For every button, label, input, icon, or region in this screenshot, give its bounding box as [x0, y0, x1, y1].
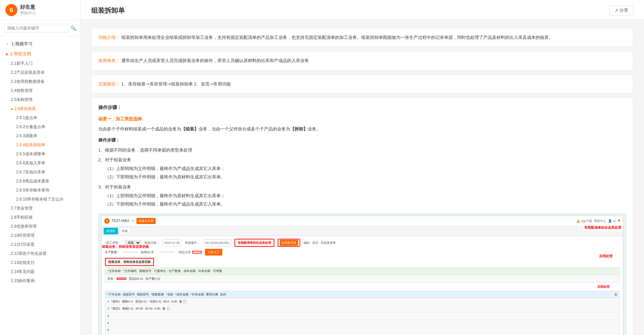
- sidebar-item-system[interactable]: 2.12系统个性化设置: [11, 249, 80, 258]
- sidebar-item-count[interactable]: 2.6.1盘点单: [16, 113, 80, 122]
- mock-tab-new[interactable]: 新增单: [104, 228, 118, 234]
- mock-parent-code-input[interactable]: [117, 278, 126, 280]
- mock-confirm-btn[interactable]: 选装配清单: [280, 240, 298, 246]
- mock-row2-col1: 2: [107, 306, 109, 311]
- sidebar-item-other-out[interactable]: 2.6.7其他出库单: [16, 168, 80, 177]
- mock-btn-group: 选装配清单: [278, 239, 300, 247]
- share-icon: ↗: [614, 8, 618, 13]
- sidebar-item-print[interactable]: 2.11打印设置: [11, 240, 80, 249]
- mock-row2-col3: 规格(+1): [122, 306, 133, 311]
- mock-parent-name: 关木: [107, 276, 113, 281]
- sidebar-item-mobile[interactable]: 2.8手机旺辅: [11, 213, 80, 222]
- mock-upper-table-header1: *父件名称: [107, 268, 121, 274]
- mock-upper-table-header6: 成本金额: [183, 268, 196, 274]
- sidebar-item-cost-recalc[interactable]: 2.6.8商品成本重算: [16, 177, 80, 186]
- mock-row1-op1[interactable]: 🗑 📋: [179, 299, 187, 304]
- sidebar-item-label: 1.视频学习: [11, 41, 33, 47]
- function-label: 功能介绍：: [98, 35, 120, 40]
- mock-enable-annotation: 启用处理: [597, 285, 609, 288]
- mock-upper-table-header5: 生产数量: [169, 268, 181, 274]
- mock-row2-op1[interactable]: 🗑 📋: [162, 306, 170, 311]
- sidebar-item-sales[interactable]: 2.4销售管理: [11, 86, 80, 95]
- mock-row1-col6: 80.0: [163, 299, 169, 304]
- mock-lower-col4: *装配数量: [151, 292, 164, 297]
- sidebar-item-other-in[interactable]: 2.6.6其他入库单: [16, 159, 80, 168]
- mock-switch-hint: 组装业务、拆卸业务在这里切换: [105, 258, 154, 266]
- mock-row1-col5: *实际(+1): [149, 299, 161, 304]
- mock-tools: 🔔 App下载: [576, 218, 592, 224]
- mock-assembly-hint: 有装配清单的在这里处理: [234, 239, 274, 247]
- sidebar-item-inventory-fix[interactable]: 2.6.10库存账本错了怎么办: [16, 195, 80, 204]
- sidebar-item-faq[interactable]: 2.14常见问题: [11, 267, 80, 276]
- mock-user: 👤 cc: [608, 218, 616, 224]
- sidebar-item-coupon[interactable]: 2.9优惠券管理: [11, 222, 80, 231]
- page-title: 组装拆卸单: [91, 6, 125, 15]
- sidebar-item-inventory[interactable]: ● 2.6库存核算: [11, 104, 80, 113]
- path-label: 页面路径：: [98, 81, 120, 87]
- sidebar-item-dataprep[interactable]: 2.3使用前数据准备: [11, 77, 80, 86]
- app-subtitle: 帮助中心: [20, 10, 36, 16]
- nav-tree: ＋ 1.视频学习 ● 2.帮助文档 2.1新手入门 2.2产品安装及登录 2.3…: [0, 36, 80, 335]
- annotation-1: 有装配清单的在这里处理: [583, 224, 623, 231]
- mock-lower-col7: *补录金额: [191, 292, 204, 297]
- mock-lower-col3: 规格型号: [137, 292, 149, 297]
- sidebar-item-cost-adjust[interactable]: 2.6.5成本调整单: [16, 150, 80, 159]
- sidebar: 6 好生意 帮助中心 🔍 ＋ 1.视频学习 ● 2.帮助文档 2.1新手入门 2…: [0, 0, 80, 335]
- sidebar-item-transfer[interactable]: 2.6.3调拨单: [16, 131, 80, 141]
- mock-lower-col2: 规格型号: [123, 292, 135, 297]
- mock-row1-col4: 货品(+1): [135, 299, 147, 304]
- sidebar-item-newbie[interactable]: 2.1新手入门: [11, 59, 80, 68]
- mock-complete-btn[interactable]: 立即完工: [205, 249, 222, 256]
- mock-unit-label: 如单位/天：: [141, 249, 157, 255]
- role-text: 通常由生产人员或库管人员完成拆装业务的操作，库管人员确认原材料的出库和产成品的入…: [121, 58, 309, 63]
- sidebar-item-business[interactable]: 2.10经营管理: [11, 231, 80, 240]
- function-intro-block: 功能介绍： 组装拆卸单用来处理企业组装或拆卸等加工业务，支持有固定装配清单的产品…: [91, 28, 633, 47]
- mock-tab-list[interactable]: 列表: [119, 227, 130, 235]
- mock-version-icon: ▼: [131, 218, 135, 224]
- search-input[interactable]: [4, 24, 68, 33]
- sidebar-item-inventory-query[interactable]: 2.6.9库存账本查询: [16, 186, 80, 195]
- step3-sub1: （1）上部明细为父件明细，最终作为原材料生成其它出库单；: [105, 192, 626, 200]
- collapse-icon: ●: [11, 107, 13, 111]
- mock-row2-col5: 30.00: [145, 306, 153, 311]
- share-button[interactable]: ↗ 分享: [609, 5, 633, 15]
- expand-icon: ＋: [5, 41, 9, 47]
- sidebar-item-docs[interactable]: ● 2.帮助文档: [0, 49, 80, 59]
- mock-expand-btn[interactable]: ⊞: [614, 292, 617, 297]
- mock-row2-col4: 30.00: [136, 306, 143, 311]
- step2: 2、对于组装业务: [98, 156, 626, 164]
- mock-no-value: AD-20191226-001: [203, 239, 231, 246]
- sidebar-item-payment[interactable]: 2.13在线支付: [11, 258, 80, 267]
- app-title-group: 好生意 帮助中心: [20, 4, 36, 16]
- mock-parent-unit: 生产数(+1): [146, 276, 160, 281]
- mock-lower-col8: 费用分摊: [206, 292, 218, 297]
- app-logo: 6: [5, 4, 17, 16]
- sidebar-item-videos[interactable]: ＋ 1.视频学习: [0, 39, 80, 49]
- scenario1-desc: 当由多个子件材料组装成一个成品的业务为【组装】业务，当由一个父件拆分成多个子产品…: [98, 125, 626, 133]
- collapse-icon: ●: [5, 51, 8, 57]
- annotation-2: 组装业务、拆卸业务在这里切换: [102, 244, 149, 250]
- search-button[interactable]: 🔍: [70, 25, 76, 31]
- search-bar: 🔍: [0, 20, 80, 36]
- mock-edit-label: 编辑 保存 其他来源单: [304, 240, 336, 245]
- sidebar-item-cases[interactable]: 2.15操作案例: [11, 276, 80, 285]
- mock-date-value: 2019-12-28: [163, 239, 181, 246]
- mock-row2-col2: *项目2: [111, 306, 120, 311]
- step2-sub2: （2）下部明细为子件明细，最终作为原材料生成其它出库单。: [105, 173, 626, 181]
- mock-unit-value: [160, 252, 174, 253]
- mock-warehouse-label: *成品仓库: [178, 249, 191, 255]
- sidebar-item-install[interactable]: 2.2产品安装及登录: [11, 68, 80, 77]
- sidebar-item-finance[interactable]: 2.7资金管理: [11, 204, 80, 213]
- mock-row5: 5: [105, 327, 619, 334]
- mock-warehouse-input[interactable]: [192, 251, 202, 254]
- ops-title: 操作步骤：: [98, 103, 626, 112]
- mock-upper-table-header8: 可用量: [213, 268, 222, 274]
- sidebar-item-assembly[interactable]: 2.6.4组装拆卸单: [16, 141, 80, 150]
- mock-app-name: TEST-H002: [112, 218, 129, 224]
- docs-sub-nav: 2.1新手入门 2.2产品安装及登录 2.3使用前数据准备 2.4销售管理 2.…: [0, 59, 80, 285]
- mock-row1-col7: 0.00: [171, 299, 177, 304]
- sidebar-item-purchase[interactable]: 2.5采购管理: [11, 95, 80, 104]
- sidebar-item-partial-count[interactable]: 2.6.2分量盘点单: [16, 122, 80, 131]
- sidebar-header: 6 好生意 帮助中心: [0, 0, 80, 20]
- mock-total-label: 生产数量：: [105, 249, 120, 255]
